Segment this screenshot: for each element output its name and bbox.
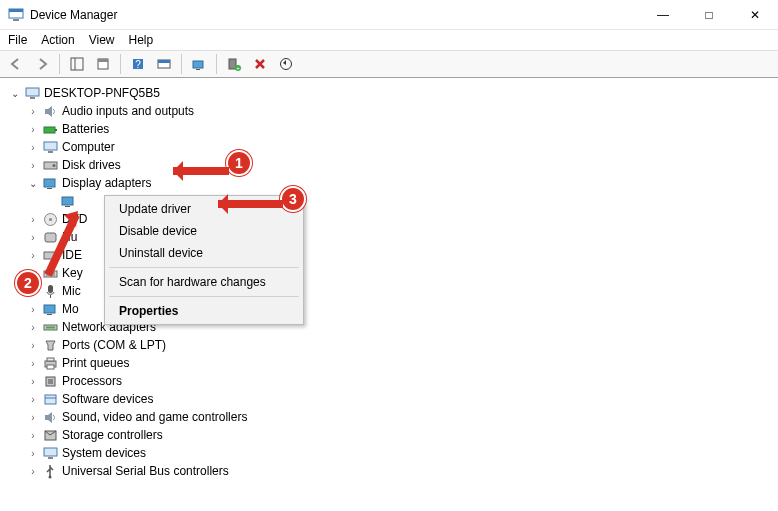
svg-rect-37 — [44, 305, 55, 313]
show-hide-tree-button[interactable] — [65, 52, 89, 76]
tree-item-display-adapters[interactable]: Display adapters — [8, 174, 778, 192]
speaker-icon — [42, 103, 58, 119]
tree-item-software-devices[interactable]: Software devices — [8, 390, 778, 408]
battery-icon — [42, 121, 58, 137]
tree-item-sound[interactable]: Sound, video and game controllers — [8, 408, 778, 426]
expand-icon[interactable] — [26, 122, 40, 136]
menu-action[interactable]: Action — [41, 33, 74, 47]
svg-point-51 — [48, 475, 51, 478]
svg-rect-3 — [71, 58, 83, 70]
tree-item-usb[interactable]: Universal Serial Bus controllers — [8, 462, 778, 480]
tree-item-batteries[interactable]: Batteries — [8, 120, 778, 138]
computer-icon — [24, 85, 40, 101]
display-adapter-icon — [42, 175, 58, 191]
svg-rect-46 — [45, 395, 56, 404]
expand-icon[interactable] — [26, 374, 40, 388]
svg-rect-27 — [62, 197, 73, 205]
ctx-scan-hardware[interactable]: Scan for hardware changes — [107, 271, 301, 293]
tree-item-label: Disk drives — [62, 158, 121, 172]
add-hardware-button[interactable]: + — [222, 52, 246, 76]
expand-icon[interactable] — [26, 140, 40, 154]
storage-icon — [42, 427, 58, 443]
expand-icon[interactable] — [26, 176, 40, 190]
svg-point-24 — [52, 164, 55, 167]
tree-item-label: System devices — [62, 446, 146, 460]
tree-item-computer[interactable]: Computer — [8, 138, 778, 156]
tree-root[interactable]: DESKTOP-PNFQ5B5 — [8, 84, 778, 102]
svg-rect-25 — [44, 179, 55, 187]
expand-icon[interactable] — [26, 338, 40, 352]
svg-text:+: + — [236, 65, 240, 71]
ctx-uninstall-device[interactable]: Uninstall device — [107, 242, 301, 264]
forward-button[interactable] — [30, 52, 54, 76]
expand-icon[interactable] — [26, 320, 40, 334]
expand-icon[interactable] — [26, 446, 40, 460]
tree-item-label: Mo — [62, 302, 79, 316]
svg-rect-22 — [48, 151, 53, 153]
annotation-marker-3: 3 — [280, 186, 306, 212]
svg-rect-18 — [30, 97, 35, 99]
menu-view[interactable]: View — [89, 33, 115, 47]
expand-icon[interactable] — [26, 464, 40, 478]
menu-help[interactable]: Help — [129, 33, 154, 47]
expand-icon[interactable] — [26, 428, 40, 442]
tree-item-print-queues[interactable]: Print queues — [8, 354, 778, 372]
expand-icon[interactable] — [8, 86, 22, 100]
expand-icon[interactable] — [26, 392, 40, 406]
tree-item-label: Print queues — [62, 356, 129, 370]
tree-item-ports[interactable]: Ports (COM & LPT) — [8, 336, 778, 354]
tree-item-disk-drives[interactable]: Disk drives — [8, 156, 778, 174]
expand-icon[interactable] — [26, 302, 40, 316]
tree-item-label: Processors — [62, 374, 122, 388]
back-button[interactable] — [4, 52, 28, 76]
disk-icon — [42, 157, 58, 173]
annotation-marker-1: 1 — [226, 150, 252, 176]
expand-icon[interactable] — [26, 356, 40, 370]
help-button[interactable]: ? — [126, 52, 150, 76]
ctx-separator — [109, 296, 299, 297]
software-icon — [42, 391, 58, 407]
maximize-button[interactable]: □ — [686, 0, 732, 30]
tree-item-system[interactable]: System devices — [8, 444, 778, 462]
tree-item-label: Software devices — [62, 392, 153, 406]
tree-item-storage[interactable]: Storage controllers — [8, 426, 778, 444]
printer-icon — [42, 355, 58, 371]
annotation-arrow-3 — [218, 200, 283, 208]
svg-rect-42 — [47, 358, 54, 361]
svg-rect-11 — [193, 61, 203, 68]
ctx-properties[interactable]: Properties — [107, 300, 301, 322]
uninstall-button[interactable] — [248, 52, 272, 76]
svg-rect-43 — [47, 365, 54, 369]
svg-rect-36 — [48, 285, 53, 293]
speaker-icon — [42, 409, 58, 425]
tree-item-audio[interactable]: Audio inputs and outputs — [8, 102, 778, 120]
properties-button[interactable] — [91, 52, 115, 76]
tree-item-label: Universal Serial Bus controllers — [62, 464, 229, 478]
close-button[interactable]: ✕ — [732, 0, 778, 30]
svg-rect-6 — [98, 59, 108, 62]
ctx-separator — [109, 267, 299, 268]
scan-hardware-button[interactable] — [187, 52, 211, 76]
ctx-disable-device[interactable]: Disable device — [107, 220, 301, 242]
svg-rect-13 — [229, 59, 236, 69]
action-button[interactable] — [152, 52, 176, 76]
minimize-button[interactable]: — — [640, 0, 686, 30]
expand-icon[interactable] — [26, 158, 40, 172]
monitor-icon — [42, 301, 58, 317]
title-bar: Device Manager — □ ✕ — [0, 0, 778, 30]
tree-item-processors[interactable]: Processors — [8, 372, 778, 390]
menu-bar: File Action View Help — [0, 30, 778, 50]
network-icon — [42, 319, 58, 335]
update-driver-button[interactable] — [274, 52, 298, 76]
expand-icon[interactable] — [26, 104, 40, 118]
context-menu: Update driver Disable device Uninstall d… — [104, 195, 304, 325]
usb-icon — [42, 463, 58, 479]
menu-file[interactable]: File — [8, 33, 27, 47]
system-icon — [42, 445, 58, 461]
svg-rect-49 — [44, 448, 57, 456]
expand-icon[interactable] — [26, 410, 40, 424]
svg-rect-12 — [196, 69, 200, 70]
monitor-icon — [42, 139, 58, 155]
window-title: Device Manager — [30, 8, 117, 22]
tree-root-label: DESKTOP-PNFQ5B5 — [44, 86, 160, 100]
